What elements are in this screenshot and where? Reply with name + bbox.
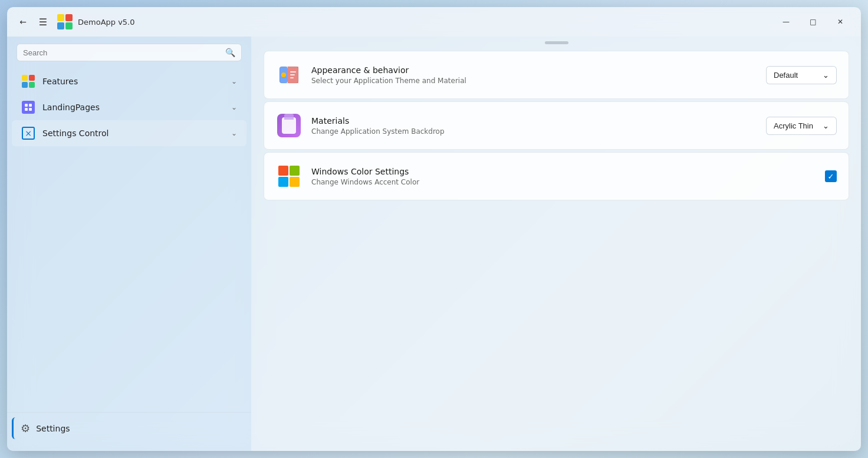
sidebar-bottom: ⚙ Settings <box>7 412 251 444</box>
main-panel: Appearance & behavior Select your Applic… <box>252 37 861 451</box>
appearance-card: Appearance & behavior Select your Applic… <box>264 51 849 99</box>
materials-dropdown-value: Acrylic Thin <box>774 121 813 130</box>
materials-desc: Change Application System Backdrop <box>311 127 757 136</box>
svg-rect-6 <box>25 108 28 111</box>
svg-point-12 <box>281 73 286 77</box>
settings-bottom-button[interactable]: ⚙ Settings <box>12 417 246 439</box>
windows-color-control <box>825 170 837 182</box>
materials-dropdown-chevron-icon: ⌄ <box>823 121 829 130</box>
app-title: DemoApp v5.0 <box>78 18 135 27</box>
landing-pages-chevron-icon: ⌄ <box>231 103 237 111</box>
windows-color-text: Windows Color Settings Change Windows Ac… <box>311 167 816 186</box>
landing-pages-label: LandingPages <box>42 103 224 112</box>
appearance-dropdown-chevron-icon: ⌄ <box>823 71 829 80</box>
materials-card: Materials Change Application System Back… <box>264 101 849 150</box>
settings-control-label: Settings Control <box>42 128 224 138</box>
svg-rect-18 <box>278 177 288 187</box>
materials-title: Materials <box>311 116 757 126</box>
sidebar-item-features[interactable]: Features ⌄ <box>12 68 246 94</box>
svg-rect-17 <box>290 166 300 176</box>
svg-rect-0 <box>57 14 64 21</box>
search-icon: 🔍 <box>225 48 235 57</box>
settings-bottom-label: Settings <box>36 424 70 433</box>
settings-control-chevron-icon: ⌄ <box>231 129 237 137</box>
minimize-button[interactable]: — <box>772 12 800 31</box>
materials-icon <box>276 113 302 139</box>
back-button[interactable]: ← <box>14 13 32 31</box>
close-button[interactable]: ✕ <box>827 12 854 31</box>
materials-text: Materials Change Application System Back… <box>311 116 757 136</box>
search-box[interactable]: 🔍 <box>17 44 242 61</box>
sidebar-item-landing-pages[interactable]: LandingPages ⌄ <box>12 94 246 120</box>
appearance-dropdown-value: Default <box>774 71 798 80</box>
appearance-title: Appearance & behavior <box>311 65 757 75</box>
menu-button[interactable]: ☰ <box>34 13 52 31</box>
landing-pages-icon <box>21 100 35 114</box>
windows-color-title: Windows Color Settings <box>311 167 816 176</box>
appearance-icon <box>276 62 302 88</box>
app-icon <box>57 14 73 30</box>
search-input[interactable] <box>23 48 221 57</box>
appearance-desc: Select your Application Theme and Materi… <box>311 77 757 85</box>
features-icon <box>21 74 35 88</box>
windows-color-desc: Change Windows Accent Color <box>311 178 816 186</box>
svg-rect-5 <box>29 104 32 107</box>
svg-rect-16 <box>278 166 288 176</box>
svg-rect-3 <box>65 22 73 29</box>
window-controls: — □ ✕ <box>772 12 854 31</box>
svg-rect-13 <box>290 71 296 73</box>
settings-control-icon <box>21 126 35 140</box>
appearance-text: Appearance & behavior Select your Applic… <box>311 65 757 85</box>
svg-rect-7 <box>29 108 32 111</box>
appearance-dropdown[interactable]: Default ⌄ <box>766 66 837 84</box>
titlebar: ← ☰ DemoApp v5.0 — □ ✕ <box>7 7 861 37</box>
svg-rect-2 <box>57 22 64 29</box>
materials-dropdown[interactable]: Acrylic Thin ⌄ <box>766 117 837 135</box>
content-area: 🔍 Features ⌄ <box>7 37 861 451</box>
materials-control: Acrylic Thin ⌄ <box>766 117 837 135</box>
appearance-control: Default ⌄ <box>766 66 837 84</box>
svg-rect-19 <box>290 177 300 187</box>
svg-rect-4 <box>25 104 28 107</box>
maximize-button[interactable]: □ <box>800 12 827 31</box>
gear-icon: ⚙ <box>21 422 30 434</box>
svg-rect-15 <box>290 77 294 78</box>
search-container: 🔍 <box>7 44 251 68</box>
svg-rect-14 <box>290 74 295 75</box>
sidebar: 🔍 Features ⌄ <box>7 37 252 451</box>
sidebar-item-settings-control[interactable]: Settings Control ⌄ <box>12 120 246 146</box>
drag-handle[interactable] <box>545 41 568 44</box>
settings-cards: Appearance & behavior Select your Applic… <box>252 37 861 212</box>
windows-color-card: Windows Color Settings Change Windows Ac… <box>264 152 849 200</box>
svg-rect-1 <box>65 14 73 21</box>
features-chevron-icon: ⌄ <box>231 77 237 85</box>
features-label: Features <box>42 77 224 86</box>
windows-color-checkbox[interactable] <box>825 170 837 182</box>
windows-color-icon <box>276 163 302 189</box>
app-window: ← ☰ DemoApp v5.0 — □ ✕ 🔍 <box>7 7 861 451</box>
